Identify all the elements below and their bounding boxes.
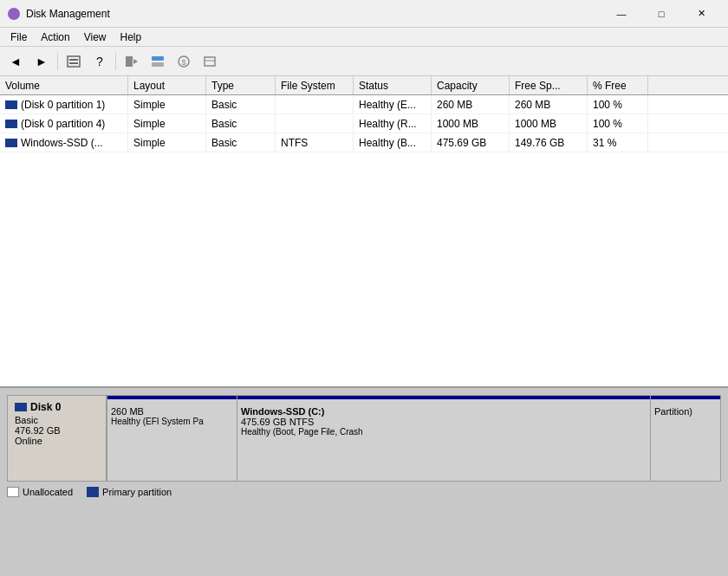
cell-status-0: Healthy (E... — [354, 95, 432, 113]
menu-file[interactable]: File — [3, 29, 34, 45]
legend-unallocated: Unallocated — [7, 487, 73, 497]
col-header-fs[interactable]: File System — [276, 76, 354, 94]
toolbar-btn5[interactable] — [120, 50, 144, 73]
toolbar-forward[interactable]: ► — [29, 50, 54, 73]
cell-free-2: 149.76 GB — [510, 133, 588, 152]
partition-efi-status: Healthy (EFI System Pa — [111, 417, 233, 426]
vol-icon-2 — [5, 139, 17, 147]
toolbar-btn3[interactable] — [62, 50, 86, 73]
table-row[interactable]: (Disk 0 partition 1) Simple Basic Health… — [0, 95, 728, 114]
partition-ssd-size: 475.69 GB NTFS — [241, 417, 647, 427]
menu-help[interactable]: Help — [114, 29, 149, 45]
cell-pctfree-1: 100 % — [588, 114, 648, 133]
legend: Unallocated Primary partition — [7, 487, 721, 497]
title-bar: Disk Management — □ ✕ — [0, 0, 728, 28]
legend-unallocated-label: Unallocated — [23, 487, 73, 497]
svg-rect-1 — [68, 56, 80, 67]
toolbar: ◄ ► ? $ — [0, 47, 728, 76]
cell-layout-1: Simple — [128, 114, 206, 133]
partition-ssd-title: Windows-SSD (C:) — [241, 406, 647, 417]
close-button[interactable]: ✕ — [681, 0, 721, 28]
cell-status-2: Healthy (B... — [354, 133, 432, 152]
partition-ssd-highlight — [237, 396, 650, 399]
legend-box-unalloc — [7, 487, 19, 497]
legend-box-primary — [87, 487, 99, 497]
disk-partitions: 260 MB Healthy (EFI System Pa Windows-SS… — [107, 395, 721, 482]
svg-rect-2 — [69, 59, 78, 61]
disk-map-area: Disk 0 Basic 476.92 GB Online 260 MB Hea… — [0, 388, 728, 576]
disk-row-0: Disk 0 Basic 476.92 GB Online 260 MB Hea… — [7, 395, 721, 482]
partition-recovery-status: Partition) — [654, 406, 717, 417]
toolbar-btn6[interactable] — [146, 50, 170, 73]
table-header: Volume Layout Type File System Status Ca… — [0, 76, 728, 95]
vol-icon-0 — [5, 100, 17, 109]
col-header-capacity[interactable]: Capacity — [432, 76, 510, 94]
col-header-layout[interactable]: Layout — [128, 76, 206, 94]
disk-label: Disk 0 Basic 476.92 GB Online — [7, 395, 107, 482]
vol-icon-1 — [5, 120, 17, 128]
disk-name: Disk 0 — [30, 401, 61, 413]
maximize-button[interactable]: □ — [641, 0, 681, 28]
cell-layout-2: Simple — [128, 133, 206, 152]
cell-layout-0: Simple — [128, 95, 206, 113]
minimize-button[interactable]: — — [601, 0, 641, 28]
toolbar-help[interactable]: ? — [88, 50, 112, 73]
toolbar-btn8[interactable] — [198, 50, 222, 73]
cell-free-1: 1000 MB — [510, 114, 588, 133]
cell-capacity-2: 475.69 GB — [432, 133, 510, 152]
toolbar-sep1 — [57, 53, 58, 70]
col-header-pctfree[interactable]: % Free — [588, 76, 648, 94]
col-header-volume[interactable]: Volume — [0, 76, 128, 94]
table-area: Volume Layout Type File System Status Ca… — [0, 76, 728, 388]
cell-fs-1 — [276, 114, 354, 133]
cell-fs-0 — [276, 95, 354, 113]
title-bar-controls: — □ ✕ — [601, 0, 721, 28]
svg-rect-7 — [152, 62, 164, 67]
svg-rect-10 — [205, 57, 215, 66]
legend-primary: Primary partition — [87, 487, 172, 497]
partition-efi-size: 260 MB — [111, 406, 233, 417]
partition-recovery-highlight — [651, 396, 720, 399]
cell-pctfree-2: 31 % — [588, 133, 648, 152]
partition-ssd-status: Healthy (Boot, Page File, Crash — [241, 427, 647, 437]
col-header-status[interactable]: Status — [354, 76, 432, 94]
menu-bar: File Action View Help — [0, 28, 728, 47]
title-bar-text: Disk Management — [26, 8, 601, 20]
partition-recovery[interactable]: Partition) — [651, 396, 720, 481]
disk-type: Basic — [15, 415, 99, 425]
menu-view[interactable]: View — [77, 29, 114, 45]
col-header-type[interactable]: Type — [206, 76, 276, 94]
toolbar-btn7[interactable]: $ — [172, 50, 196, 73]
cell-volume-0: (Disk 0 partition 1) — [0, 95, 128, 113]
svg-marker-5 — [133, 59, 138, 64]
toolbar-back[interactable]: ◄ — [3, 50, 28, 73]
table-row[interactable]: Windows-SSD (... Simple Basic NTFS Healt… — [0, 133, 728, 152]
svg-rect-6 — [152, 56, 164, 61]
svg-rect-3 — [69, 62, 78, 64]
disk-icon — [15, 403, 27, 411]
partition-highlight — [107, 396, 237, 399]
svg-text:$: $ — [181, 58, 185, 67]
cell-capacity-0: 260 MB — [432, 95, 510, 113]
menu-action[interactable]: Action — [34, 29, 76, 45]
svg-rect-4 — [126, 56, 133, 67]
cell-volume-2: Windows-SSD (... — [0, 133, 128, 152]
cell-volume-1: (Disk 0 partition 4) — [0, 114, 128, 133]
toolbar-sep2 — [115, 53, 116, 70]
col-header-free[interactable]: Free Sp... — [510, 76, 588, 94]
cell-free-0: 260 MB — [510, 95, 588, 113]
app-icon — [7, 7, 21, 21]
svg-point-0 — [8, 8, 20, 20]
cell-status-1: Healthy (R... — [354, 114, 432, 133]
cell-fs-2: NTFS — [276, 133, 354, 152]
partition-ssd[interactable]: Windows-SSD (C:) 475.69 GB NTFS Healthy … — [237, 396, 651, 481]
cell-type-1: Basic — [206, 114, 276, 133]
cell-pctfree-0: 100 % — [588, 95, 648, 113]
table-row[interactable]: (Disk 0 partition 4) Simple Basic Health… — [0, 114, 728, 133]
legend-primary-label: Primary partition — [102, 487, 172, 497]
partition-efi[interactable]: 260 MB Healthy (EFI System Pa — [107, 396, 237, 481]
cell-capacity-1: 1000 MB — [432, 114, 510, 133]
disk-status: Online — [15, 436, 99, 446]
cell-type-0: Basic — [206, 95, 276, 113]
cell-type-2: Basic — [206, 133, 276, 152]
